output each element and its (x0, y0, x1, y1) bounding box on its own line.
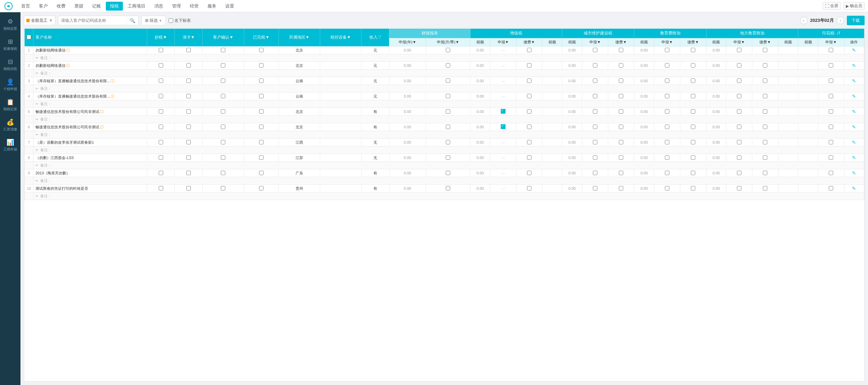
copy-tax-cb[interactable] (147, 62, 175, 70)
local-pay-cb[interactable] (752, 46, 778, 54)
paid-tax-cb[interactable] (244, 139, 279, 146)
client-confirm-cb[interactable] (202, 185, 244, 192)
clear-card-cb[interactable] (175, 123, 202, 131)
local-declare-cb[interactable] (726, 139, 752, 146)
edu-pay-cb[interactable] (680, 154, 706, 162)
nav-item-客户[interactable]: 客户 (35, 2, 52, 11)
edit-icon[interactable]: ✎ (852, 78, 856, 84)
fin-annual-cb[interactable] (426, 185, 470, 192)
stamp-declare-cb[interactable] (818, 46, 844, 54)
local-declare-cb[interactable] (726, 46, 752, 54)
copy-tax-cb[interactable] (147, 169, 175, 177)
city-declare-cb[interactable] (582, 108, 608, 116)
local-pay-cb[interactable] (752, 108, 778, 116)
fin-annual-cb[interactable] (426, 154, 470, 162)
city-declare-cb[interactable] (582, 62, 608, 70)
copy-tax-cb[interactable] (147, 123, 175, 131)
local-declare-cb[interactable] (726, 77, 752, 85)
paid-tax-cb[interactable] (244, 185, 279, 192)
vat-declare-cb[interactable] (490, 108, 516, 116)
edu-declare-cb[interactable] (654, 77, 680, 85)
note-pencil-icon[interactable]: ✏ (35, 102, 38, 106)
stamp-ops[interactable]: ✎ (844, 169, 864, 177)
fin-annual-cb[interactable] (426, 108, 470, 116)
local-pay-cb[interactable] (752, 92, 778, 100)
nav-item-消息[interactable]: 消息 (150, 2, 167, 11)
city-declare-cb[interactable] (582, 46, 608, 54)
client-confirm-cb[interactable] (202, 62, 244, 70)
copy-tax-cb[interactable] (147, 77, 175, 85)
note-pencil-icon[interactable]: ✏ (35, 179, 38, 183)
local-declare-cb[interactable] (726, 92, 752, 100)
client-confirm-cb[interactable] (202, 92, 244, 100)
fullscreen-button[interactable]: ⛶ 全屏 (823, 2, 841, 10)
local-pay-cb[interactable] (752, 154, 778, 162)
city-pay-cb[interactable] (608, 77, 634, 85)
copy-tax-cb[interactable] (147, 139, 175, 146)
edu-declare-cb[interactable] (654, 108, 680, 116)
vat-declare-cb[interactable]: — (490, 46, 516, 54)
sidebar-item-3[interactable]: 👤 个税申报 (1, 75, 20, 94)
stamp-ops[interactable]: ✎ (844, 92, 864, 100)
sidebar-item-5[interactable]: 💰 汇算清缴 (1, 116, 20, 134)
sidebar-item-1[interactable]: ⊞ 批量报税 (1, 35, 20, 54)
nav-item-首页[interactable]: 首页 (17, 2, 34, 11)
stamp-declare-cb[interactable] (818, 185, 844, 192)
sidebar-item-4[interactable]: 📋 报税记录 (1, 96, 20, 114)
clear-card-cb[interactable] (175, 46, 202, 54)
note-pencil-icon[interactable]: ✏ (35, 87, 38, 90)
select-all-checkbox[interactable] (27, 35, 31, 39)
city-pay-cb[interactable] (608, 123, 634, 131)
client-confirm-cb[interactable] (202, 46, 244, 54)
client-confirm-cb[interactable] (202, 169, 244, 177)
copy-tax-cb[interactable] (147, 185, 175, 192)
copy-tax-cb[interactable] (147, 46, 175, 54)
edit-icon[interactable]: ✎ (852, 124, 856, 130)
vat-pay-cb[interactable] (516, 77, 542, 85)
next-month-button[interactable]: › (837, 17, 844, 24)
vat-pay-cb[interactable] (516, 154, 542, 162)
vat-pay-cb[interactable] (516, 185, 542, 192)
clear-card-cb[interactable] (175, 77, 202, 85)
stamp-declare-cb[interactable] (818, 139, 844, 146)
search-input[interactable] (58, 16, 127, 25)
paid-tax-cb[interactable] (244, 123, 279, 131)
vat-declare-cb[interactable]: — (490, 185, 516, 192)
note-pencil-icon[interactable]: ✏ (35, 133, 38, 137)
download-button[interactable]: 下载 (847, 16, 865, 25)
city-pay-cb[interactable] (608, 169, 634, 177)
city-pay-cb[interactable] (608, 92, 634, 100)
filter-button[interactable]: ⊞ 筛选 ▼ (141, 16, 166, 25)
local-declare-cb[interactable] (726, 108, 752, 116)
city-pay-cb[interactable] (608, 108, 634, 116)
stamp-ops[interactable]: ✎ (844, 108, 864, 116)
edu-declare-cb[interactable] (654, 154, 680, 162)
fin-annual-cb[interactable] (426, 139, 470, 146)
paid-tax-cb[interactable] (244, 92, 279, 100)
note-pencil-icon[interactable]: ✏ (35, 163, 38, 167)
paid-tax-cb[interactable] (244, 108, 279, 116)
vat-declare-cb[interactable] (490, 123, 516, 131)
city-declare-cb[interactable] (582, 169, 608, 177)
nav-item-设置[interactable]: 设置 (221, 2, 238, 11)
vat-declare-cb[interactable]: — (490, 169, 516, 177)
paid-tax-cb[interactable] (244, 62, 279, 70)
local-pay-cb[interactable] (752, 77, 778, 85)
paid-tax-cb[interactable] (244, 77, 279, 85)
nav-item-记账[interactable]: 记账 (88, 2, 105, 11)
stamp-declare-cb[interactable] (818, 92, 844, 100)
edit-icon[interactable]: ✎ (852, 155, 856, 160)
nav-item-服务[interactable]: 服务 (203, 2, 220, 11)
vat-pay-cb[interactable] (516, 139, 542, 146)
stamp-declare-cb[interactable] (818, 108, 844, 116)
copy-tax-cb[interactable] (147, 154, 175, 162)
local-declare-cb[interactable] (726, 169, 752, 177)
vip-button[interactable]: ▶ 畅会员 (843, 2, 865, 10)
sidebar-item-6[interactable]: 📊 工商年报 (1, 136, 20, 155)
local-declare-cb[interactable] (726, 123, 752, 131)
note-pencil-icon[interactable]: ✏ (35, 71, 38, 75)
local-pay-cb[interactable] (752, 123, 778, 131)
vat-pay-cb[interactable] (516, 92, 542, 100)
fin-annual-cb[interactable] (426, 46, 470, 54)
note-pencil-icon[interactable]: ✏ (35, 194, 38, 198)
